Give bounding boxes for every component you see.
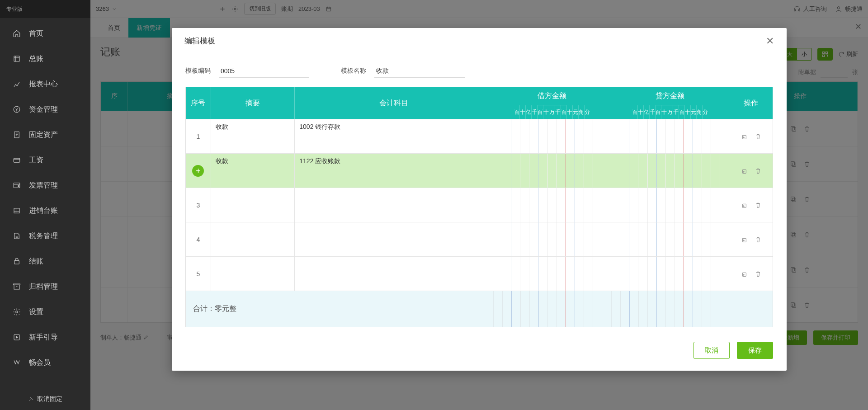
template-code-label: 模板编码 [185,67,211,75]
svg-rect-30 [742,135,746,139]
debit-cell[interactable] [493,222,611,256]
debit-cell[interactable] [493,188,611,222]
lock-icon [13,257,21,265]
svg-rect-33 [742,238,746,242]
svg-rect-31 [742,170,746,173]
edit-template-modal: 编辑模板 ✕ 模板编码 模板名称 序号 摘 [172,28,787,371]
svg-rect-6 [14,208,19,213]
save-button[interactable]: 保存 [737,342,773,359]
copy-icon[interactable] [740,270,747,278]
copy-icon[interactable] [740,167,747,174]
delete-icon[interactable] [755,270,762,278]
template-row[interactable]: 5 [186,256,773,291]
add-row-button[interactable]: + [192,165,204,177]
account-cell[interactable] [295,257,493,291]
archive-icon [13,283,21,291]
copy-icon[interactable] [740,236,747,243]
debit-cell[interactable] [493,119,611,153]
credit-cell[interactable] [611,119,729,153]
credit-cell[interactable] [611,154,729,188]
svg-rect-3 [14,158,20,162]
chart-icon [13,80,21,88]
template-row[interactable]: 1 收款 1002 银行存款 [186,119,773,153]
gear-icon [13,308,21,316]
template-row[interactable]: 4 [186,222,773,256]
brand-subtitle: 专业版 [0,0,90,18]
template-code-input[interactable] [219,64,309,78]
svg-point-5 [18,185,19,186]
col-account: 会计科目 [295,87,493,119]
nav-home[interactable]: 首页 [0,21,90,46]
svg-rect-4 [14,183,20,188]
credit-cell[interactable] [611,188,729,222]
template-name-label: 模板名称 [341,67,366,75]
account-cell[interactable]: 1002 银行存款 [295,119,493,153]
tax-icon [13,232,21,240]
summary-cell[interactable] [211,188,295,222]
summary-cell[interactable] [211,222,295,256]
summary-cell[interactable]: 收款 [211,154,295,188]
credit-cell[interactable] [611,257,729,291]
credit-cell[interactable] [611,222,729,256]
delete-icon[interactable] [755,133,762,140]
template-row[interactable]: 3 [186,188,773,222]
sidebar: 专业版 首页 总账 报表中心 资金管理 固定资产 工资 发票管理 进销台账 税务… [0,0,90,410]
debit-cell[interactable] [493,257,611,291]
nav-close[interactable]: 结账 [0,249,90,274]
svg-rect-7 [14,261,19,264]
svg-point-8 [16,311,18,313]
nav-vip[interactable]: 畅会员 [0,350,90,375]
delete-icon[interactable] [755,167,762,174]
col-index: 序号 [186,87,211,119]
template-total-row: 合计：零元整 [186,291,773,327]
svg-rect-2 [14,132,19,138]
nav-inventory[interactable]: 进销台账 [0,198,90,223]
nav-archive[interactable]: 归档管理 [0,274,90,299]
template-name-input[interactable] [374,64,465,78]
nav-guide[interactable]: 新手引导 [0,325,90,350]
home-icon [13,29,21,38]
copy-icon[interactable] [740,202,747,209]
play-icon [13,333,21,341]
summary-cell[interactable] [211,257,295,291]
invoice-icon [13,181,21,189]
delete-icon[interactable] [755,236,762,243]
nav-ledger[interactable]: 总账 [0,46,90,71]
svg-rect-34 [742,273,746,276]
col-debit: 借方金额 百十亿千百十万千百十元角分 [493,87,611,119]
summary-cell[interactable]: 收款 [211,119,295,153]
col-summary: 摘要 [211,87,295,119]
table-icon [13,207,21,215]
cancel-button[interactable]: 取消 [693,342,730,359]
copy-icon[interactable] [740,133,747,140]
account-cell[interactable]: 1122 应收账款 [295,154,493,188]
nav-assets[interactable]: 固定资产 [0,122,90,147]
template-row[interactable]: + 收款 1122 应收账款 [186,153,773,188]
nav-settings[interactable]: 设置 [0,299,90,325]
svg-rect-0 [14,56,19,61]
nav-invoice[interactable]: 发票管理 [0,173,90,198]
unpin-icon [28,396,34,402]
modal-title: 编辑模板 [184,36,215,46]
nav-funds[interactable]: 资金管理 [0,97,90,122]
template-table: 序号 摘要 会计科目 借方金额 百十亿千百十万千百十元角分 贷方金额 百十亿千百… [185,87,773,327]
nav-salary[interactable]: 工资 [0,147,90,173]
asset-icon [13,131,21,139]
coin-icon [13,105,21,113]
account-cell[interactable] [295,222,493,256]
delete-icon[interactable] [755,202,762,209]
vip-icon [13,358,21,367]
nav-reports[interactable]: 报表中心 [0,71,90,97]
col-credit: 贷方金额 百十亿千百十万千百十元角分 [611,87,729,119]
main-area: 3263 切到旧版 账期 2023-03 人工咨询 畅捷通 首页 新增凭证 ✕ … [90,0,868,410]
ledger-icon [13,55,21,63]
nav-tax[interactable]: 税务管理 [0,223,90,249]
debit-cell[interactable] [493,154,611,188]
account-cell[interactable] [295,188,493,222]
nav: 首页 总账 报表中心 资金管理 固定资产 工资 发票管理 进销台账 税务管理 结… [0,18,90,410]
wallet-icon [13,156,21,164]
sidebar-unpin[interactable]: 取消固定 [0,388,90,410]
modal-close-button[interactable]: ✕ [766,36,774,46]
col-action: 操作 [729,87,773,119]
svg-rect-32 [742,204,746,207]
